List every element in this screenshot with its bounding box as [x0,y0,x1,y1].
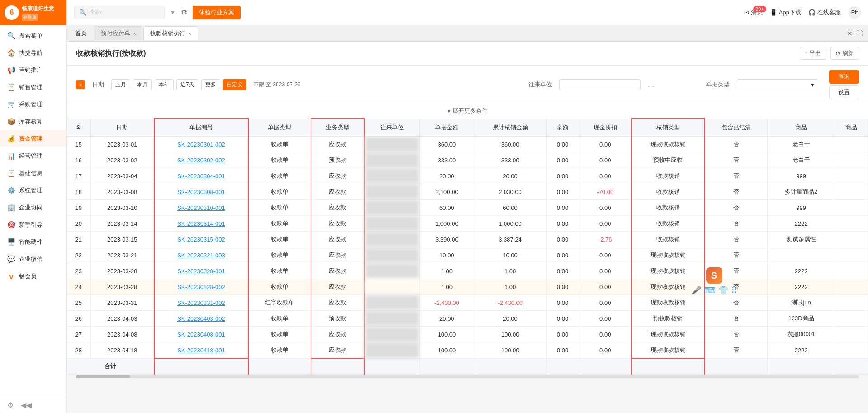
sidebar-item-marketing[interactable]: 📢 营销推广 [0,62,66,79]
row-discount: 0.00 [579,168,632,184]
sidebar-item-purchase[interactable]: 🛒 采购管理 [0,96,66,113]
tab-collection[interactable]: 收款核销执行 × [143,26,198,40]
footer-goods [767,358,835,374]
row-party: ██████ [364,184,420,200]
sidebar-item-hardware[interactable]: 🖥️ 智能硬件 [0,233,66,251]
row-doc-no[interactable]: SK-20230403-002 [154,311,248,327]
sidebar-item-sales[interactable]: 📋 销售管理 [0,79,66,96]
row-verified: 10.00 [474,247,547,263]
tab-home[interactable]: 首页 [69,27,93,40]
solution-button[interactable]: 体验行业方案 [193,6,241,19]
tab-close-collection[interactable]: × [188,31,191,36]
receipt-type-select[interactable]: ▾ [737,79,818,90]
message-button[interactable]: ✉ 消息 99+ [744,9,763,17]
row-doc-no[interactable]: SK-20230304-001 [154,168,248,184]
row-doc-no[interactable]: SK-20230301-002 [154,137,248,152]
row-doc-no[interactable]: SK-20230314-001 [154,216,248,232]
row-goods2 [835,342,868,359]
query-button[interactable]: 查询 [829,70,859,84]
sidebar-item-search[interactable]: 🔍 搜索菜单 [0,27,66,44]
tab-prepay[interactable]: 预付应付单 × [94,26,142,40]
watermark-logo-icon: S [706,267,722,284]
table-row: 262023-04-03SK-20230403-002收款单预收款██████2… [67,311,868,327]
scrollbar-area[interactable] [67,375,868,379]
row-doc-no[interactable]: SK-20230321-003 [154,247,248,263]
date-more[interactable]: 更多 [201,79,220,90]
row-no: 15 [67,137,90,152]
row-doc-no[interactable]: SK-20230308-001 [154,184,248,200]
sidebar-item-basic[interactable]: 📋 基础信息 [0,165,66,182]
sidebar-item-quicknav[interactable]: 🏠 快捷导航 [0,44,66,62]
date-this-year[interactable]: 本年 [155,79,174,90]
sidebar-item-operation[interactable]: 📊 经营管理 [0,147,66,165]
row-biz-type: 应收款 [311,200,364,216]
footer-doc-no [154,358,248,374]
date-custom[interactable]: 自定义 [223,79,246,90]
dropdown-arrow-icon[interactable]: ▼ [170,9,175,16]
row-verify-type: 收款核销 [632,216,704,232]
topbar-gear-icon[interactable]: ⚙ [181,8,187,17]
maximize-window-icon[interactable]: ⛶ [856,30,863,37]
app-download-button[interactable]: 📱 App下载 [770,9,801,17]
row-verify-type: 现款收款核销 [632,137,704,152]
row-doc-no[interactable]: SK-20230408-001 [154,327,248,342]
row-amount: 360.00 [420,137,474,152]
service-button[interactable]: 🎧 在线客服 [808,9,841,17]
table-row: 152023-03-01SK-20230301-002收款单应收款██████3… [67,137,868,152]
row-doc-no[interactable]: SK-20230315-002 [154,232,248,247]
row-discount: 0.00 [579,295,632,311]
row-doc-no[interactable]: SK-20230328-002 [154,279,248,295]
row-verified: 1.00 [474,263,547,279]
col-header-settings[interactable]: ⚙ [67,119,90,137]
row-party: ██████ [364,263,420,279]
settings-bottom-icon[interactable]: ⚙ [7,401,14,409]
row-no: 28 [67,342,90,359]
user-avatar[interactable]: Rit [848,6,861,19]
row-doc-no[interactable]: SK-20230328-001 [154,263,248,279]
refresh-button[interactable]: ↺ 刷新 [830,47,859,60]
tab-close-prepay[interactable]: × [133,31,136,36]
sidebar-item-wechat[interactable]: 💬 企业微信 [0,251,66,268]
export-button[interactable]: ↑ 导出 [800,47,826,60]
expand-more-button[interactable]: ▾ 展开更多条件 [448,107,488,115]
date-this-month[interactable]: 本月 [133,79,152,90]
sidebar-item-enterprise[interactable]: 🏢 企业协同 [0,199,66,216]
party-input[interactable] [559,79,641,90]
row-doc-no[interactable]: SK-20230331-002 [154,295,248,311]
row-amount: 1.00 [420,263,474,279]
row-doc-type: 收款单 [248,247,311,263]
row-date: 2023-03-01 [90,137,154,152]
row-discount: 0.00 [579,216,632,232]
date-7days[interactable]: 近7天 [176,79,198,90]
col-header-included: 包含已结清 [705,119,768,137]
row-amount: -2,430.00 [420,295,474,311]
topbar-search-box[interactable]: 🔍 搜索... [74,6,165,19]
row-date: 2023-03-28 [90,279,154,295]
date-last-month[interactable]: 上月 [111,79,130,90]
row-verify-type: 收款核销 [632,200,704,216]
expand-more-row: ▾ 展开更多条件 [67,104,868,118]
close-window-icon[interactable]: ✕ [847,30,853,37]
col-header-biz-type: 业务类型 [311,119,364,137]
sidebar-item-member[interactable]: V 畅会员 [0,268,66,285]
sidebar-item-guide[interactable]: 🎯 新手引导 [0,216,66,233]
row-doc-no[interactable]: SK-20230418-001 [154,342,248,359]
sidebar-item-finance[interactable]: 💰 资金管理 [0,130,66,147]
collapse-icon[interactable]: ◀◀ [21,401,32,409]
scrollbar-thumb[interactable] [76,375,130,378]
collapse-btn[interactable]: » [76,80,85,89]
row-verified: 333.00 [474,152,547,168]
row-goods: 2222 [767,216,835,232]
row-goods2 [835,184,868,200]
row-amount: 2,100.00 [420,184,474,200]
row-goods2 [835,263,868,279]
row-date: 2023-03-04 [90,168,154,184]
scrollbar-track[interactable] [76,375,859,378]
sidebar-item-system[interactable]: ⚙️ 系统管理 [0,182,66,199]
row-biz-type: 应收款 [311,263,364,279]
col-header-party: 往来单位 [364,119,420,137]
settings-button[interactable]: 设置 [829,85,859,99]
row-doc-no[interactable]: SK-20230302-002 [154,152,248,168]
sidebar-item-inventory[interactable]: 📦 库存核算 [0,113,66,130]
row-doc-no[interactable]: SK-20230310-001 [154,200,248,216]
